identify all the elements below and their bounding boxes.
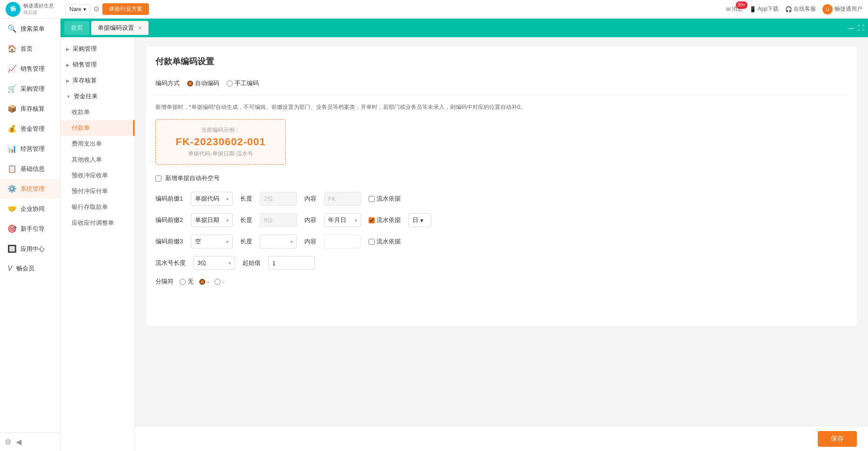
user-info[interactable]: U 畅捷通用户: [822, 4, 862, 14]
prefix1-content-input: FK: [324, 192, 361, 206]
sidebar-item-appcenter[interactable]: 🔲 应用中心: [0, 239, 60, 259]
sub-group-inventory: ▶ 库存核算: [61, 73, 135, 88]
nav-dropdown[interactable]: Nare ▾: [65, 4, 90, 14]
tab-bar-actions: — ⛶: [848, 24, 864, 32]
serial-length-select[interactable]: 3位 ▾: [193, 256, 235, 270]
prefix2-length-value: 8位: [264, 216, 273, 224]
sidebar-item-member[interactable]: V 畅会员: [0, 259, 60, 278]
minimize-icon[interactable]: —: [848, 24, 854, 32]
tab-close-icon[interactable]: ✕: [138, 25, 142, 31]
auto-encode-radio[interactable]: [187, 81, 193, 87]
sidebar-item-finance[interactable]: 💰 资金管理: [0, 119, 60, 139]
sep-radio-dot[interactable]: [199, 279, 205, 285]
inventory-icon: 📦: [7, 104, 17, 113]
member-icon: V: [7, 264, 13, 273]
info-text: 新增单据时，*单据编码*自动生成，不可编辑。前缀设置为部门、业务员等档案类，开单…: [155, 103, 848, 112]
prefix2-day-select[interactable]: 日 ▾: [408, 213, 431, 227]
save-button[interactable]: 保存: [818, 431, 857, 447]
sub-group-sales-title[interactable]: ▶ 销售管理: [61, 57, 135, 73]
chevron-right-icon-3: ▶: [66, 78, 70, 83]
sub-group-purchase-title[interactable]: ▶ 采购管理: [61, 41, 135, 57]
prefix2-content-select[interactable]: 年月日 ▾: [324, 213, 361, 227]
prefix1-row: 编码前缀1 单据代码 ▾ 长度 2位 内容 FK: [155, 192, 848, 206]
manual-encode-radio[interactable]: [227, 81, 233, 87]
sidebar-item-label-business: 经营管理: [20, 145, 45, 153]
prefix3-select[interactable]: 空 ▾: [191, 235, 233, 249]
sidebar-item-label-base: 基础信息: [20, 165, 45, 173]
auto-fill-label: 新增单据自动补空号: [165, 174, 220, 182]
top-bar-left: 畅 畅捷通好生意 插品版 Nare ▾ ⚙ 体验行业方案: [6, 1, 721, 18]
sub-group-purchase: ▶ 采购管理: [61, 41, 135, 57]
main-layout: 🔍 搜索菜单 🏠 首页 📈 销售管理 🛒 采购管理 📦 库存核算 💰 资金管理 …: [0, 19, 868, 451]
sub-group-inventory-label: 库存核算: [73, 76, 97, 85]
sub-item-bank[interactable]: 银行存取款单: [61, 199, 135, 215]
sep-radio-none[interactable]: [180, 279, 186, 285]
brand: 畅 畅捷通好生意 插品版: [6, 1, 61, 18]
prefix2-length-label: 长度: [240, 216, 252, 224]
sub-item-prepay-offset[interactable]: 预收冲应收单: [61, 168, 135, 183]
sep-option-dot[interactable]: -: [199, 278, 209, 285]
start-value-input[interactable]: [268, 256, 315, 270]
prefix3-serial-checkbox[interactable]: [369, 239, 375, 245]
settings-icon[interactable]: ⚙: [93, 5, 100, 13]
sub-group-sales-label: 销售管理: [73, 61, 97, 69]
purchase-icon: 🛒: [7, 84, 17, 93]
sub-item-payment[interactable]: 付款单: [61, 120, 135, 136]
sep-option-dash[interactable]: ·: [215, 278, 224, 285]
sidebar-item-newguide[interactable]: 🎯 新手引导: [0, 219, 60, 239]
chevron-down-icon-2: ▼: [66, 94, 71, 99]
separator-label: 分隔符: [155, 277, 174, 286]
auto-fill-checkbox[interactable]: [155, 175, 161, 182]
sidebar-item-system[interactable]: ⚙️ 系统管理: [0, 179, 60, 199]
prefix2-select[interactable]: 单据日期 ▾: [191, 213, 233, 227]
tab-encode-settings[interactable]: 单据编码设置 ✕: [91, 21, 148, 35]
sidebar-item-inventory[interactable]: 📦 库存核算: [0, 99, 60, 119]
auto-encode-option[interactable]: 自动编码: [187, 79, 219, 88]
sidebar-item-sales[interactable]: 📈 销售管理: [0, 59, 60, 79]
prefix2-content-label: 内容: [304, 216, 316, 224]
system-icon: ⚙️: [7, 184, 17, 193]
prefix1-serial-label: 流水依据: [377, 195, 401, 203]
tab-home[interactable]: 首页: [64, 21, 89, 35]
bottom-settings-icon[interactable]: ⚙: [5, 438, 11, 446]
message-icon: ✉: [726, 6, 731, 13]
base-icon: 📋: [7, 164, 17, 173]
inner-layout: ▶ 采购管理 ▶ 销售管理 ▶ 库存核算: [61, 37, 868, 451]
tab-encode-settings-label: 单据编码设置: [98, 24, 134, 32]
sidebar-item-purchase[interactable]: 🛒 采购管理: [0, 79, 60, 99]
day-chevron-icon: ▾: [420, 217, 424, 224]
trial-button[interactable]: 体验行业方案: [102, 3, 149, 15]
prefix3-length-select[interactable]: ▾: [260, 235, 297, 249]
sub-item-expense[interactable]: 费用支出单: [61, 136, 135, 152]
message-icon-wrap[interactable]: ✉ 消息 99+: [726, 5, 743, 13]
manual-encode-option[interactable]: 手工编码: [227, 79, 259, 88]
sub-item-advance-offset[interactable]: 预付冲应付单: [61, 183, 135, 199]
prefix1-content-value: FK: [328, 195, 336, 202]
online-service[interactable]: 🎧 在线客服: [785, 5, 816, 13]
sidebar-item-home[interactable]: 🏠 首页: [0, 39, 60, 59]
bottom-collapse-icon[interactable]: ◀: [16, 438, 21, 446]
sep-option-none[interactable]: 无: [180, 277, 194, 286]
brand-logo: 畅: [6, 2, 20, 17]
sidebar-item-search[interactable]: 🔍 搜索菜单: [0, 19, 60, 39]
prefix3-content-label: 内容: [304, 237, 316, 246]
sidebar-item-label-system: 系统管理: [20, 185, 45, 193]
maximize-icon[interactable]: ⛶: [858, 24, 864, 32]
sub-item-other-income[interactable]: 其他收入单: [61, 152, 135, 168]
encode-method-row: 编码方式 自动编码 手工编码: [155, 74, 848, 95]
sidebar-item-base[interactable]: 📋 基础信息: [0, 159, 60, 179]
sales-icon: 📈: [7, 64, 17, 73]
sub-group-finance-title[interactable]: ▼ 资金往来: [61, 88, 135, 104]
sub-group-sales: ▶ 销售管理: [61, 57, 135, 73]
sidebar-item-business[interactable]: 📊 经营管理: [0, 139, 60, 159]
sub-item-adjust[interactable]: 应收应付调整单: [61, 215, 135, 231]
prefix3-length-label: 长度: [240, 237, 252, 246]
prefix2-serial-checkbox[interactable]: [369, 217, 375, 223]
prefix1-select[interactable]: 单据代码 ▾: [191, 192, 233, 206]
sub-item-receipt[interactable]: 收款单: [61, 104, 135, 120]
prefix1-serial-checkbox[interactable]: [369, 196, 375, 202]
sub-group-inventory-title[interactable]: ▶ 库存核算: [61, 73, 135, 88]
sidebar-item-enterprise[interactable]: 🤝 企业协同: [0, 199, 60, 219]
app-download[interactable]: 📱 App下载: [749, 5, 779, 13]
sep-radio-dash[interactable]: [215, 279, 221, 285]
